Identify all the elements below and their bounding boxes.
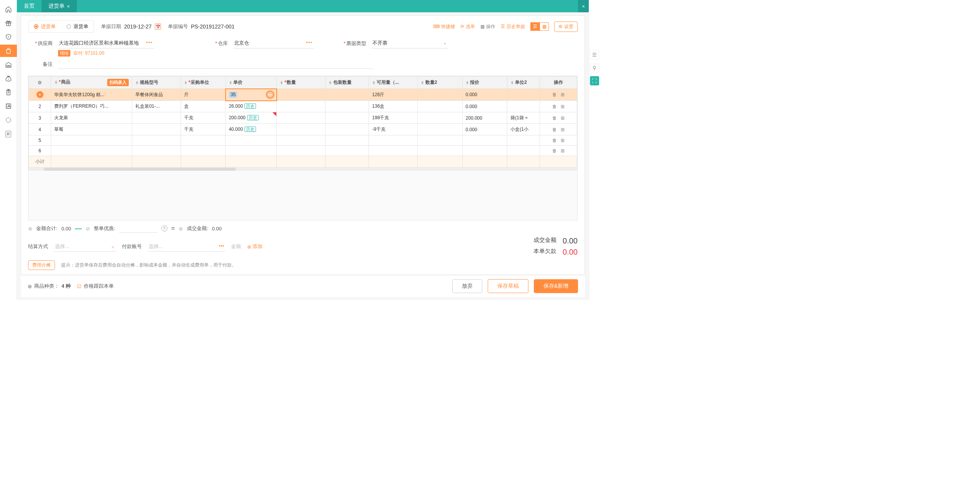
- cell-unit[interactable]: 盒: [181, 101, 226, 112]
- cell-pack[interactable]: [325, 101, 369, 112]
- scan-input-button[interactable]: 扫码录入: [107, 79, 129, 86]
- cell-price[interactable]: 26.000历史: [226, 101, 277, 112]
- cell-avail[interactable]: -9千克: [369, 124, 417, 135]
- nav-home-icon[interactable]: [0, 3, 17, 15]
- cell-spec[interactable]: [132, 146, 181, 156]
- nav-gift-icon[interactable]: [0, 17, 17, 29]
- calendar-icon[interactable]: 📅: [155, 23, 161, 30]
- cell-unit2[interactable]: 袋(1袋 ≈: [507, 112, 540, 124]
- cell-unit2[interactable]: [507, 101, 540, 112]
- remark-input[interactable]: [58, 60, 373, 69]
- chevron-down-icon[interactable]: ⌄: [443, 40, 447, 45]
- nav-bag-icon[interactable]: [0, 45, 17, 57]
- warehouse-input[interactable]: 北京仓 •••: [233, 38, 314, 48]
- shortcut-link[interactable]: ⌨ 快捷键: [433, 23, 455, 30]
- nav-shield-icon[interactable]: $: [0, 31, 17, 43]
- close-all-icon[interactable]: ×: [578, 0, 589, 12]
- table-row[interactable]: +华美华夫软饼1200g 糕...早餐休闲食品斤35•••126斤0.000🗑⊞: [29, 89, 577, 101]
- cell-pack[interactable]: [325, 146, 369, 156]
- col-qty[interactable]: ▲▼*数量: [277, 77, 325, 89]
- cell-qty[interactable]: [277, 112, 325, 124]
- pay-acct-select[interactable]: 选择...•••: [148, 242, 225, 252]
- table-row[interactable]: 6🗑⊞: [29, 146, 577, 156]
- insert-row-icon[interactable]: ⊞: [561, 104, 565, 109]
- cell-price[interactable]: 40.000历史: [226, 124, 277, 135]
- attach-icon[interactable]: ⚲: [590, 63, 599, 72]
- supplier-input[interactable]: 大连花园口经济区景和水果种植基地 •••: [58, 38, 154, 48]
- cell-unit2[interactable]: [507, 146, 540, 156]
- delete-row-icon[interactable]: 🗑: [552, 92, 557, 97]
- nav-contacts-icon[interactable]: [0, 100, 17, 112]
- add-payment-link[interactable]: ⊕ 添加: [247, 243, 262, 250]
- save-draft-button[interactable]: 保存草稿: [488, 279, 528, 293]
- col-unit2[interactable]: ▲▼单位2: [507, 77, 540, 89]
- pick-order-link[interactable]: ⟳ 选单: [460, 23, 475, 30]
- cell-unit[interactable]: [181, 135, 226, 146]
- invoice-type-input[interactable]: 不开票 ⌄: [372, 38, 448, 48]
- col-product[interactable]: ▲▼*商品扫码录入: [51, 77, 132, 89]
- cell-qty2[interactable]: [417, 89, 462, 101]
- cell-product[interactable]: [51, 135, 132, 146]
- cell-quote[interactable]: 0.000: [462, 124, 507, 135]
- horizontal-scrollbar[interactable]: [28, 168, 577, 171]
- cell-qty2[interactable]: [417, 124, 462, 135]
- cell-avail[interactable]: 136盒: [369, 101, 417, 112]
- cell-unit2[interactable]: [507, 135, 540, 146]
- gear-icon[interactable]: ⚙: [38, 80, 42, 85]
- cell-spec[interactable]: [132, 135, 181, 146]
- close-icon[interactable]: ×: [67, 3, 70, 9]
- cell-product[interactable]: 费列罗（FERRERO）巧...: [51, 101, 132, 112]
- more-icon[interactable]: •••: [146, 40, 153, 45]
- col-qty2[interactable]: ▲▼数量2: [417, 77, 462, 89]
- doc-tab-return[interactable]: 退货单: [61, 21, 94, 32]
- insert-row-icon[interactable]: ⊞: [561, 127, 565, 132]
- cell-product[interactable]: [51, 146, 132, 156]
- doc-tab-purchase[interactable]: 进货单: [28, 21, 61, 32]
- cell-quote[interactable]: 200.000: [462, 112, 507, 124]
- help-icon[interactable]: ?: [161, 225, 168, 232]
- history-badge[interactable]: 历史: [244, 127, 256, 132]
- insert-row-icon[interactable]: ⊞: [561, 148, 565, 153]
- cost-alloc-button[interactable]: 费用分摊: [28, 260, 55, 270]
- nav-clipboard-icon[interactable]: [0, 86, 17, 98]
- cell-avail[interactable]: [369, 135, 417, 146]
- note-icon[interactable]: ☰: [590, 50, 599, 59]
- cell-unit[interactable]: [181, 146, 226, 156]
- nav-sync-icon[interactable]: [0, 114, 17, 126]
- operations-link[interactable]: ▦ 操作: [480, 23, 495, 30]
- col-unit[interactable]: ▲▼*采购单位: [181, 77, 226, 89]
- cell-avail[interactable]: 198千克: [369, 112, 417, 124]
- cell-price[interactable]: 200.000历史: [226, 112, 277, 124]
- cell-avail[interactable]: 126斤: [369, 89, 417, 101]
- history-badge[interactable]: 历史: [244, 103, 256, 109]
- cell-quote[interactable]: [462, 135, 507, 146]
- view-grid-icon[interactable]: ▦: [540, 22, 549, 31]
- cell-spec[interactable]: 早餐休闲食品: [132, 89, 181, 101]
- abandon-button[interactable]: 放弃: [452, 279, 482, 293]
- col-quote[interactable]: ▲▼报价: [462, 77, 507, 89]
- insert-row-icon[interactable]: ⊞: [561, 92, 565, 97]
- col-price[interactable]: ▲▼单价: [226, 77, 277, 89]
- delete-row-icon[interactable]: 🗑: [552, 115, 557, 121]
- cell-product[interactable]: 华美华夫软饼1200g 糕...: [51, 89, 132, 101]
- nav-money-bag-icon[interactable]: ¥: [0, 72, 17, 85]
- cell-qty[interactable]: [277, 135, 325, 146]
- cell-quote[interactable]: [462, 146, 507, 156]
- table-row[interactable]: 2费列罗（FERRERO）巧...礼盒装01-...盒26.000历史136盒0…: [29, 101, 577, 112]
- cell-quote[interactable]: 0.000: [462, 101, 507, 112]
- cell-spec[interactable]: [132, 124, 181, 135]
- cell-pack[interactable]: [325, 135, 369, 146]
- col-spec[interactable]: ▲▼规格型号: [132, 77, 181, 89]
- col-pack[interactable]: ▲▼包装数量: [325, 77, 369, 89]
- cell-unit2[interactable]: 小盒(1小: [507, 124, 540, 135]
- table-row[interactable]: 4草莓千克40.000历史-9千克0.000小盒(1小🗑⊞: [29, 124, 577, 135]
- more-icon[interactable]: •••: [306, 40, 312, 45]
- cell-unit[interactable]: 千克: [181, 112, 226, 124]
- insert-row-icon[interactable]: ⊞: [561, 115, 565, 121]
- cell-quote[interactable]: 0.000: [462, 89, 507, 101]
- cell-qty2[interactable]: [417, 112, 462, 124]
- pay-method-select[interactable]: 选择...⌄: [54, 242, 116, 252]
- cell-qty2[interactable]: [417, 146, 462, 156]
- cell-pack[interactable]: [325, 112, 369, 124]
- save-and-new-button[interactable]: 保存&新增: [534, 279, 578, 293]
